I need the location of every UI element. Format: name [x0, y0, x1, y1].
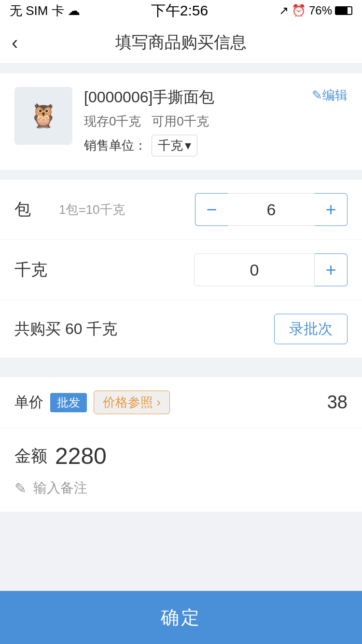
note-row[interactable]: ✎ 输入备注 [14, 479, 348, 497]
back-button[interactable]: ‹ [12, 33, 18, 52]
status-bar: 无 SIM 卡 ☁ 下午2:56 ↗ ⏰ 76% [0, 0, 362, 21]
page-title: 填写商品购买信息 [115, 31, 247, 54]
battery-label: 76% [309, 4, 332, 17]
status-time: 下午2:56 [151, 1, 208, 21]
bag-input-row: 包 1包=10千克 − + [0, 180, 362, 240]
edit-button[interactable]: ✎编辑 [312, 87, 348, 104]
kg-stepper: + [194, 253, 348, 286]
amount-label: 金额 [14, 445, 47, 467]
kg-label: 千克 [14, 259, 53, 281]
bag-label: 包 [14, 198, 53, 221]
product-thumb-icon: 🦉 [29, 102, 58, 129]
product-stock: 现存0千克 可用0千克 [84, 113, 348, 130]
summary-text: 共购买 60 千克 [14, 319, 117, 340]
product-thumbnail: 🦉 [14, 87, 72, 145]
amount-section: 金额 2280 ✎ 输入备注 [0, 428, 362, 512]
note-input[interactable]: 输入备注 [33, 479, 87, 497]
battery-icon [335, 6, 352, 15]
note-icon: ✎ [14, 480, 27, 497]
product-unit: 销售单位： 千克 ▾ [84, 135, 348, 156]
unit-select[interactable]: 千克 ▾ [152, 135, 197, 156]
amount-row: 金额 2280 [14, 443, 348, 469]
product-info: [0000006]手撕面包 ✎编辑 现存0千克 可用0千克 销售单位： 千克 ▾ [84, 87, 348, 156]
input-section: 包 1包=10千克 − + 千克 + 共购买 60 千克 录批次 [0, 180, 362, 358]
product-card: 🦉 [0000006]手撕面包 ✎编辑 现存0千克 可用0千克 销售单位： 千克… [0, 73, 362, 170]
spacer [0, 512, 362, 591]
kg-input-row: 千克 + [0, 240, 362, 300]
price-tag: 批发 [50, 393, 87, 412]
status-right: ↗ ⏰ 76% [279, 4, 352, 17]
section-separator-1 [0, 170, 362, 180]
batch-button[interactable]: 录批次 [274, 314, 348, 344]
chevron-down-icon: ▾ [185, 138, 191, 153]
bag-quantity-input[interactable] [228, 193, 315, 226]
bag-plus-button[interactable]: + [315, 193, 348, 226]
sim-wifi-label: 无 SIM 卡 ☁ [10, 2, 80, 19]
price-section: 单价 批发 价格参照 › 38 [0, 377, 362, 428]
section-separator-2 [0, 358, 362, 367]
nav-bar: ‹ 填写商品购买信息 [0, 21, 362, 64]
summary-row: 共购买 60 千克 录批次 [0, 300, 362, 358]
confirm-button[interactable]: 确定 [0, 591, 362, 644]
alarm-icon: ⏰ [292, 4, 306, 17]
location-icon: ↗ [279, 4, 289, 17]
product-name: [0000006]手撕面包 [84, 87, 214, 108]
price-reference-button[interactable]: 价格参照 › [94, 391, 170, 414]
kg-quantity-input[interactable] [194, 253, 315, 286]
status-left: 无 SIM 卡 ☁ [10, 2, 80, 19]
price-label: 单价 [14, 392, 43, 412]
price-row: 单价 批发 价格参照 › 38 [0, 377, 362, 428]
bag-minus-button[interactable]: − [195, 193, 228, 226]
kg-plus-button[interactable]: + [315, 253, 348, 286]
bag-stepper: − + [195, 193, 348, 226]
price-value: 38 [327, 392, 348, 413]
amount-value: 2280 [55, 443, 107, 469]
bag-hint: 1包=10千克 [59, 201, 195, 218]
